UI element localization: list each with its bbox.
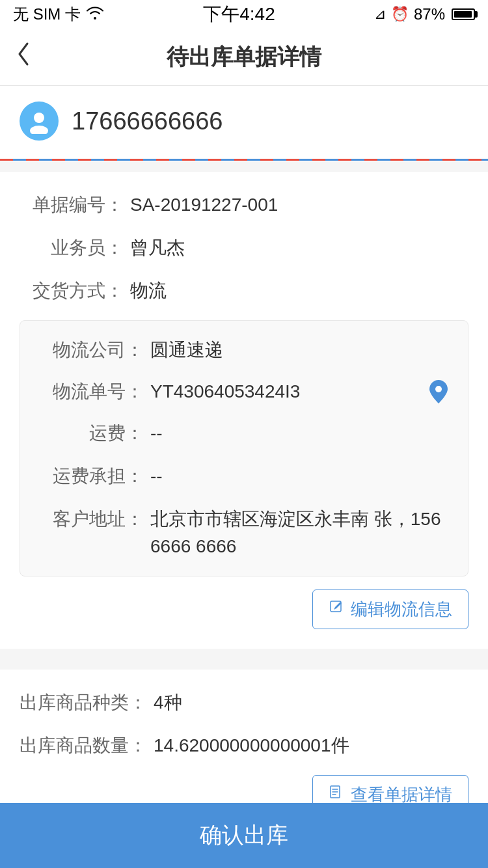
customer-phone: 17666666666 [72, 107, 223, 135]
edit-logistics-label: 编辑物流信息 [351, 598, 452, 621]
freight-bearer-label: 运费承担： [40, 463, 144, 490]
logistics-company-label: 物流公司： [40, 336, 144, 364]
goods-types-label: 出库商品种类： [20, 689, 147, 716]
delivery-label: 交货方式： [20, 277, 124, 305]
tracking-label: 物流单号： [40, 379, 144, 404]
salesman-row: 业务员： 曾凡杰 [20, 234, 468, 262]
logistics-company-row: 物流公司： 圆通速递 [40, 336, 448, 364]
logistics-company-value: 圆通速递 [144, 336, 448, 364]
logistics-card: 物流公司： 圆通速递 物流单号： YT43064053424I3 运费： -- … [20, 320, 468, 576]
location-icon[interactable] [429, 380, 448, 403]
goods-types-row: 出库商品种类： 4种 [20, 689, 468, 716]
content-area: 17666666666 单据编号： SA-20191227-001 业务员： 曾… [0, 86, 488, 868]
tracking-row: 物流单号： YT43064053424I3 [40, 379, 448, 404]
edit-btn-container: 编辑物流信息 [20, 590, 468, 629]
dashed-divider [0, 156, 488, 161]
salesman-value: 曾凡杰 [124, 234, 468, 262]
status-left: 无 SIM 卡 [13, 4, 104, 25]
address-row: 客户地址： 北京市市辖区海淀区永丰南 张，156 6666 6666 [40, 506, 448, 560]
battery-text: 87% [414, 5, 445, 23]
freight-bearer-row: 运费承担： -- [40, 463, 448, 490]
svg-point-1 [30, 126, 48, 134]
goods-types-value: 4种 [147, 689, 468, 716]
freight-value: -- [144, 420, 448, 447]
edit-icon [329, 599, 344, 619]
location-arrow-icon: ⊿ [374, 6, 386, 23]
page-title: 待出库单据详情 [167, 42, 321, 72]
order-info-section: 单据编号： SA-20191227-001 业务员： 曾凡杰 交货方式： 物流 … [0, 172, 488, 649]
wifi-icon [86, 5, 104, 23]
status-bar: 无 SIM 卡 下午4:42 ⊿ ⏰ 87% [0, 0, 488, 29]
section-separator [0, 659, 488, 670]
freight-bearer-value: -- [144, 463, 448, 490]
delivery-value: 物流 [124, 277, 468, 305]
salesman-label: 业务员： [20, 234, 124, 262]
customer-avatar [20, 102, 59, 141]
order-no-label: 单据编号： [20, 191, 124, 219]
confirm-bar[interactable]: 确认出库 [0, 803, 488, 868]
customer-header: 17666666666 [0, 86, 488, 156]
delivery-row: 交货方式： 物流 [20, 277, 468, 305]
goods-quantity-label: 出库商品数量： [20, 732, 147, 759]
tracking-value: YT43064053424I3 [144, 381, 421, 402]
address-value: 北京市市辖区海淀区永丰南 张，156 6666 6666 [144, 506, 448, 560]
doc-icon [329, 785, 344, 805]
svg-point-0 [34, 113, 44, 123]
order-no-value: SA-20191227-001 [124, 191, 468, 219]
freight-row: 运费： -- [40, 420, 448, 447]
status-right: ⊿ ⏰ 87% [374, 5, 475, 23]
goods-quantity-value: 14.620000000000001件 [147, 732, 468, 759]
alarm-icon: ⏰ [391, 6, 409, 23]
battery-icon [452, 8, 475, 20]
status-time: 下午4:42 [203, 2, 275, 27]
nav-bar: 待出库单据详情 [0, 29, 488, 86]
goods-quantity-row: 出库商品数量： 14.620000000000001件 [20, 732, 468, 759]
freight-label: 运费： [40, 420, 144, 447]
order-no-row: 单据编号： SA-20191227-001 [20, 191, 468, 219]
address-label: 客户地址： [40, 506, 144, 560]
confirm-button-label: 确认出库 [200, 821, 288, 850]
svg-point-2 [435, 386, 442, 392]
carrier-text: 无 SIM 卡 [13, 4, 81, 25]
edit-logistics-button[interactable]: 编辑物流信息 [312, 590, 468, 629]
back-button[interactable] [16, 41, 31, 73]
